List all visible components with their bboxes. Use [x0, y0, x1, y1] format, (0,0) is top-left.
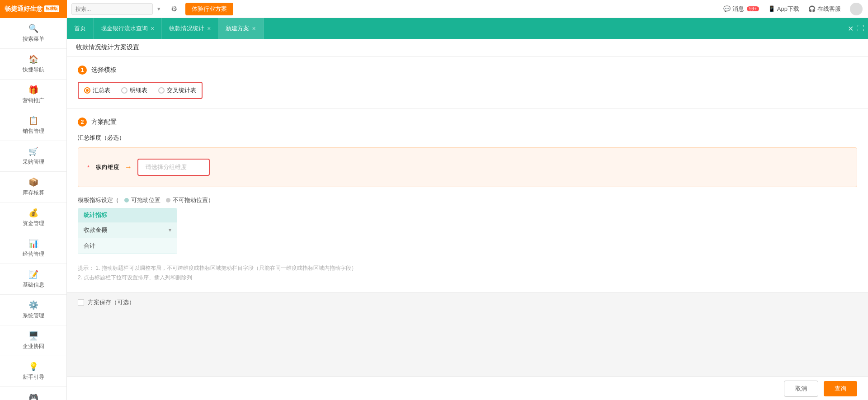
sidebar-label-sales: 销售管理: [23, 127, 44, 135]
search-dropdown-icon[interactable]: ▾: [153, 3, 165, 15]
save-option-label: 方案保存（可选）: [88, 298, 135, 306]
tip-2: 2. 点击标题栏下拉可设置排序、插入列和删除列: [78, 274, 857, 282]
search-input[interactable]: [71, 3, 153, 15]
movable-dot: [124, 198, 129, 202]
tab-newplan[interactable]: 新建方案 ×: [218, 18, 263, 39]
download-item[interactable]: 📱 App下载: [768, 5, 799, 13]
tip-1: 提示： 1. 拖动标题栏可以调整布局，不可跨维度或指标区域拖动栏目字段（只能在同…: [78, 264, 857, 272]
sidebar-label-guide: 新手引导: [23, 373, 44, 381]
radio-detail-label: 明细表: [130, 86, 147, 94]
dimension-label: 纵向维度: [96, 163, 119, 171]
metrics-section: 模板指标设定（ 可拖动位置 不可拖动位置） 统计指标: [78, 196, 857, 255]
radio-detail-circle: [121, 87, 127, 94]
dimension-select-placeholder: 请选择分组维度: [146, 164, 187, 170]
sidebar-item-finance[interactable]: 💰 资金管理: [0, 202, 66, 233]
sidebar-item-collab[interactable]: 🖥️ 企业协同: [0, 325, 66, 356]
sidebar-item-search[interactable]: 🔍 搜索菜单: [0, 18, 66, 49]
metrics-cell-amount[interactable]: 收款金额 ▾: [78, 222, 177, 238]
sidebar-item-guide[interactable]: 💡 新手引导: [0, 356, 66, 387]
fixed-label: 不可拖动位置）: [173, 196, 214, 204]
sidebar-item-basic[interactable]: 📝 基础信息: [0, 264, 66, 295]
gear-icon[interactable]: ⚙: [168, 3, 180, 15]
service-item[interactable]: 🎧 在线客服: [808, 5, 841, 13]
tip-2-text: 2. 点击标题栏下拉可设置排序、插入列和删除列: [78, 274, 192, 281]
logo-text: 畅捷通好生意: [5, 5, 42, 13]
finance-icon: 💰: [28, 208, 38, 218]
page-content: 收款情况统计方案设置 1 选择模板 汇总表 明细表: [67, 39, 868, 376]
logo: 畅捷通好生意 标准版: [0, 0, 67, 18]
save-checkbox[interactable]: [78, 299, 84, 306]
step1-section: 1 选择模板 汇总表 明细表 交叉统计表: [67, 56, 868, 108]
tab-receivable-close[interactable]: ×: [207, 25, 211, 32]
hardware-icon: 🎮: [28, 392, 38, 400]
sidebar-label-management: 经营管理: [23, 250, 44, 258]
sidebar-label-search: 搜索菜单: [23, 35, 44, 43]
metrics-cell-amount-label: 收款金额: [84, 226, 107, 234]
tab-home[interactable]: 首页: [67, 18, 94, 39]
metrics-cell-dropdown-icon[interactable]: ▾: [169, 227, 171, 233]
query-button[interactable]: 查询: [824, 381, 857, 396]
sub-section-title: 汇总维度（必选）: [78, 134, 857, 142]
sidebar-item-sales[interactable]: 📋 销售管理: [0, 110, 66, 141]
system-icon: ⚙️: [28, 300, 38, 310]
user-avatar[interactable]: [850, 3, 863, 15]
radio-detail[interactable]: 明细表: [121, 86, 147, 94]
sidebar-label-home: 快捷导航: [23, 66, 44, 74]
step2-label: 方案配置: [91, 118, 117, 126]
sidebar-item-inventory[interactable]: 📦 库存核算: [0, 172, 66, 202]
radio-cross[interactable]: 交叉统计表: [158, 86, 196, 94]
tab-home-label: 首页: [74, 24, 86, 33]
sidebar-label-purchase: 采购管理: [23, 158, 44, 166]
tab-receivable[interactable]: 收款情况统计 ×: [162, 18, 218, 39]
basic-icon: 📝: [28, 269, 38, 279]
sidebar-item-purchase[interactable]: 🛒 采购管理: [0, 141, 66, 172]
sidebar-label-basic: 基础信息: [23, 281, 44, 289]
sidebar-item-hardware[interactable]: 🎮 智能硬件: [0, 387, 66, 400]
sidebar-label-system: 系统管理: [23, 312, 44, 320]
metrics-table: 统计指标 收款金额 ▾ 合计: [78, 208, 177, 254]
radio-cross-label: 交叉统计表: [167, 86, 196, 94]
collab-icon: 🖥️: [28, 331, 38, 341]
required-mark: *: [87, 164, 90, 171]
dimension-row: * 纵向维度 → 请选择分组维度: [87, 159, 848, 176]
metrics-label-row: 模板指标设定（ 可拖动位置 不可拖动位置）: [78, 196, 857, 204]
message-item[interactable]: 💬 消息 99+: [723, 5, 759, 13]
tab-newplan-label: 新建方案: [226, 24, 249, 33]
sidebar-item-home[interactable]: 🏠 快捷导航: [0, 49, 66, 80]
dimension-arrow: →: [125, 163, 132, 171]
step2-title: 2 方案配置: [78, 118, 857, 127]
message-badge: 99+: [747, 6, 759, 11]
template-radio-group: 汇总表 明细表 交叉统计表: [78, 82, 203, 99]
sidebar-label-inventory: 库存核算: [23, 189, 44, 197]
sidebar: 🔍 搜索菜单 🏠 快捷导航 🎁 营销推广 📋 销售管理 🛒 采购管理 📦 库存核…: [0, 18, 67, 400]
sidebar-label-finance: 资金管理: [23, 220, 44, 227]
fixed-dot: [166, 198, 170, 202]
tab-bar-right: ✕ ⛶: [848, 24, 868, 33]
sub-section-text: 汇总维度（必选）: [78, 134, 125, 141]
radio-summary[interactable]: 汇总表: [84, 86, 110, 94]
sidebar-label-marketing: 营销推广: [23, 97, 44, 104]
sidebar-item-system[interactable]: ⚙️ 系统管理: [0, 295, 66, 325]
sales-icon: 📋: [28, 116, 38, 126]
dimension-select[interactable]: 请选择分组维度: [137, 159, 210, 176]
radio-summary-label: 汇总表: [93, 86, 110, 94]
inventory-icon: 📦: [28, 177, 38, 187]
service-label: 在线客服: [817, 5, 841, 13]
download-label: App下载: [777, 5, 799, 13]
metrics-label: 模板指标设定（: [78, 196, 119, 204]
tip-1-text: 提示： 1. 拖动标题栏可以调整布局，不可跨维度或指标区域拖动栏目字段（只能在同…: [78, 265, 357, 271]
trial-button[interactable]: 体验行业方案: [185, 3, 233, 15]
page-header-title: 收款情况统计方案设置: [76, 43, 139, 51]
radio-summary-circle: [84, 87, 90, 94]
tab-cashflow[interactable]: 现金银行流水查询 ×: [94, 18, 162, 39]
cancel-button[interactable]: 取消: [784, 381, 818, 397]
sidebar-item-marketing[interactable]: 🎁 营销推广: [0, 80, 66, 110]
sidebar-item-management[interactable]: 📊 经营管理: [0, 233, 66, 264]
tab-newplan-close[interactable]: ×: [252, 25, 255, 32]
movable-label: 可拖动位置: [131, 196, 160, 204]
save-option: 方案保存（可选）: [67, 292, 868, 312]
maximize-window-btn[interactable]: ⛶: [857, 24, 864, 33]
close-window-btn[interactable]: ✕: [848, 24, 854, 33]
tab-cashflow-close[interactable]: ×: [151, 25, 154, 32]
sidebar-label-collab: 企业协同: [23, 343, 44, 350]
